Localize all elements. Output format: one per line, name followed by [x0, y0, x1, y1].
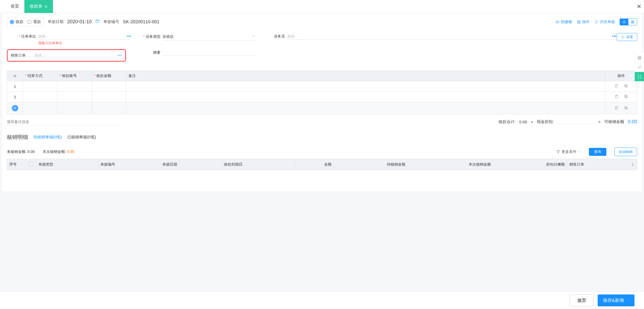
checkbox-icon: [29, 162, 33, 166]
total-value: 0.00: [519, 120, 527, 124]
col-duedate: 收款到期日: [222, 159, 296, 170]
calendar-icon[interactable]: [95, 19, 100, 25]
delete-icon[interactable]: [614, 84, 619, 89]
close-main-icon[interactable]: ✕: [637, 3, 641, 10]
operate-button[interactable]: 操作: [577, 20, 590, 24]
rail-link-icon[interactable]: [634, 62, 644, 72]
rail-print-icon[interactable]: [634, 53, 644, 62]
salesorder-input[interactable]: [34, 53, 117, 57]
more-icon[interactable]: •••: [127, 34, 131, 38]
summary-input[interactable]: [163, 50, 256, 54]
col-scroll[interactable]: ▲▼: [629, 159, 637, 170]
main-content: 收款 退款 单据日期 2020-01-10 单据编号 SK-20200110-0…: [2, 13, 642, 191]
salesman-label: 业务员: [256, 34, 285, 39]
more-filters-label: 更多条件: [562, 149, 576, 154]
history-button[interactable]: 历史单据: [594, 20, 615, 24]
amount-header: 收款金额: [92, 71, 126, 81]
query-button[interactable]: 查询: [589, 148, 606, 156]
more-icon[interactable]: •••: [612, 34, 617, 38]
svg-rect-16: [638, 58, 640, 59]
col-date: 单据日期: [160, 159, 222, 170]
summary-label: 摘要: [131, 50, 160, 55]
bars-icon: [622, 20, 626, 24]
tab-done[interactable]: 已核销单据(0笔): [67, 135, 96, 140]
delete-icon[interactable]: [614, 94, 619, 99]
doc-date-value[interactable]: 2020-01-10: [67, 19, 92, 25]
settings-label: 设置: [626, 35, 633, 39]
col-seq: 序号: [7, 159, 26, 170]
tab-receipt[interactable]: 收款单 ✕: [24, 0, 53, 13]
col-number: 单据编号: [98, 159, 160, 170]
side-rail: [634, 53, 644, 81]
copy-icon[interactable]: [624, 94, 628, 99]
svg-rect-3: [579, 20, 580, 21]
tab-pending[interactable]: 待核销单据(0笔): [33, 135, 62, 140]
row-index: 1: [7, 81, 23, 92]
table-row[interactable]: 1: [7, 81, 637, 92]
discount-input[interactable]: [557, 120, 594, 124]
delete-icon[interactable]: [614, 106, 619, 111]
type-radio-group: 收款 退款: [7, 17, 44, 26]
col-checkbox[interactable]: [26, 159, 36, 170]
copy-icon[interactable]: [624, 84, 628, 89]
row-index: 2: [7, 92, 23, 102]
salesman-input[interactable]: [287, 34, 612, 38]
payment-table: ⚙ 结算方式 收款账号 收款金额 备注 操作 1 2: [7, 71, 637, 114]
tab-home[interactable]: 首页: [5, 0, 24, 13]
sales-order-highlight: 销售订单 •••: [7, 49, 126, 62]
chevron-down-icon[interactable]: [252, 34, 256, 39]
radio-refund[interactable]: 退款: [27, 19, 41, 24]
col-pending: 待核销金额: [334, 159, 408, 170]
radio-receipt[interactable]: 收款: [10, 19, 24, 24]
gear-column-header[interactable]: ⚙: [7, 71, 23, 81]
copy-icon[interactable]: [624, 106, 628, 111]
svg-rect-7: [633, 21, 634, 21]
plus-sign: +: [531, 120, 533, 124]
biztype-input[interactable]: [163, 35, 252, 39]
table-row[interactable]: 2: [7, 92, 637, 102]
list-icon: [594, 20, 599, 24]
summary-row: 收款合计: 0.00 + 现金折扣: = 可核销金额 0.00: [7, 114, 637, 129]
svg-rect-14: [638, 56, 641, 57]
history-label: 历史单据: [600, 20, 615, 24]
tab-receipt-label: 收款单: [30, 4, 42, 9]
close-icon[interactable]: ✕: [44, 4, 48, 9]
biztype-label: 业务类型: [131, 34, 160, 39]
partner-error: 请输入往来单位: [38, 41, 131, 46]
total-row: +: [7, 102, 637, 114]
partner-input[interactable]: [38, 34, 127, 38]
col-salesorder: 销售订单: [567, 159, 629, 170]
grid-icon: [577, 20, 581, 24]
view-list-button[interactable]: [620, 19, 628, 25]
doc-num-value: SK-20200110-001: [123, 19, 159, 25]
auto-writeoff-button[interactable]: 自动核销: [614, 148, 637, 156]
svg-rect-6: [631, 21, 633, 21]
more-filters-button[interactable]: 更多条件: [556, 149, 581, 154]
view-card-button[interactable]: [628, 19, 637, 25]
more-icon[interactable]: •••: [117, 53, 122, 57]
writeoff-section-header: 核销明细 待核销单据(0笔) 已核销单据(0笔): [7, 129, 637, 145]
doc-num-label: 单据编号: [103, 19, 119, 24]
operate-label: 操作: [582, 20, 590, 24]
svg-rect-2: [578, 20, 579, 21]
chevron-down-icon: [578, 150, 581, 154]
gear-icon: [621, 35, 625, 39]
shortcut-button[interactable]: 快捷键: [555, 20, 572, 24]
col-type: 单据类型: [36, 159, 98, 170]
writeoff-value: 0.00: [628, 119, 637, 125]
rail-expand-icon[interactable]: [634, 72, 644, 81]
settings-button[interactable]: 设置: [617, 33, 637, 41]
partner-label: 往来单位: [7, 34, 36, 39]
svg-rect-4: [578, 22, 579, 23]
actions-header: 操作: [605, 71, 637, 81]
add-row-button[interactable]: +: [12, 105, 18, 111]
this-label: 本次核销金额:: [43, 149, 66, 154]
col-discount: 折扣分摊额: [493, 159, 567, 170]
writeoff-label: 可核销金额: [604, 119, 624, 124]
this-value: 0.00: [67, 149, 74, 154]
svg-rect-5: [579, 22, 580, 23]
total-label: 收款合计:: [499, 119, 516, 124]
writeoff-summary: 未核销金额: 0.00 本次核销金额: 0.00 更多条件 查询 自动核销: [7, 145, 637, 159]
notes-input[interactable]: [7, 119, 118, 125]
radio-refund-label: 退款: [33, 19, 41, 24]
